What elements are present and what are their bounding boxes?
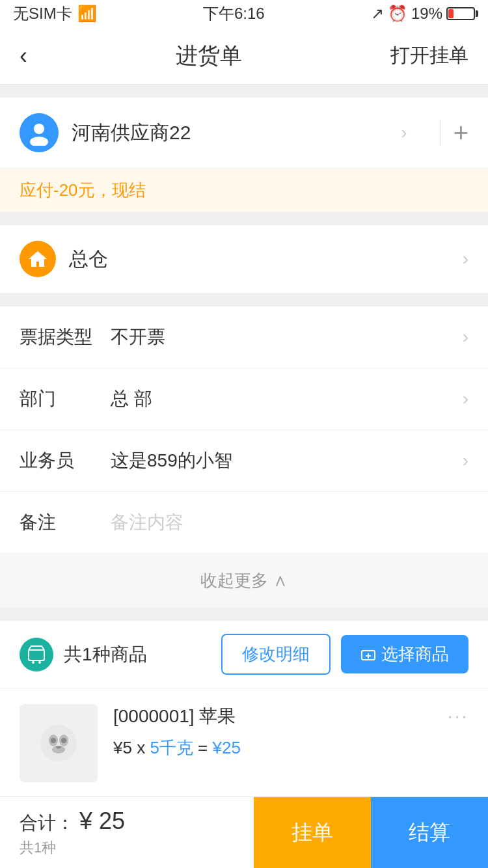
svg-point-1	[30, 137, 48, 146]
total-label-row: 合计： ¥ 25	[20, 807, 234, 835]
section-gap-4	[0, 608, 488, 621]
add-product-icon	[360, 647, 376, 662]
svg-point-12	[61, 738, 66, 743]
checkout-button[interactable]: 结算	[371, 797, 488, 869]
home-icon	[27, 249, 48, 269]
product-info: [0000001] 苹果 ¥5 x 5千克 = ¥25	[113, 704, 431, 759]
total-label: 合计：	[20, 811, 74, 835]
warehouse-arrow-icon: ›	[463, 249, 468, 269]
salesperson-label: 业务员	[20, 448, 111, 473]
user-icon	[26, 120, 52, 146]
select-product-button[interactable]: 选择商品	[341, 635, 468, 673]
section-gap-2	[0, 212, 488, 225]
supplier-name: 河南供应商22	[72, 120, 401, 146]
svg-point-8	[40, 725, 77, 761]
supplier-row[interactable]: 河南供应商22 › +	[0, 98, 488, 169]
product-qty: 5千克	[150, 738, 193, 757]
salesperson-row[interactable]: 业务员 这是859的小智 ›	[0, 430, 488, 492]
warehouse-name: 总仓	[69, 246, 463, 273]
warehouse-section: 总仓 ›	[0, 225, 488, 293]
status-right: ↗ ⏰ 19%	[371, 5, 475, 23]
edit-detail-button[interactable]: 修改明细	[221, 634, 331, 675]
status-left: 无SIM卡 📶	[13, 3, 97, 24]
product-total: ¥25	[213, 738, 241, 757]
invoice-label: 票据类型	[20, 325, 111, 349]
supplier-arrow-icon: ›	[401, 122, 407, 143]
page-title: 进货单	[176, 41, 242, 71]
svg-point-4	[38, 661, 41, 664]
remark-label: 备注	[20, 510, 111, 535]
add-supplier-button[interactable]: +	[454, 118, 468, 148]
product-thumbnail	[20, 704, 98, 782]
divider	[440, 120, 441, 146]
product-more-button[interactable]: ···	[447, 704, 468, 728]
salesperson-arrow-icon: ›	[463, 450, 468, 471]
svg-point-3	[32, 661, 34, 664]
supplier-section: 河南供应商22 › + 应付-20元，现结	[0, 98, 488, 212]
status-time: 下午6:16	[203, 3, 265, 24]
warehouse-row[interactable]: 总仓 ›	[0, 225, 488, 293]
collapse-button[interactable]: 收起更多 ∧	[0, 554, 488, 608]
price-value: ¥5	[113, 738, 132, 757]
product-title: 苹果	[199, 706, 236, 726]
battery-icon	[446, 7, 475, 20]
carrier-label: 无SIM卡	[13, 3, 72, 24]
section-gap-1	[0, 85, 488, 98]
footer-total: 合计： ¥ 25 共1种	[0, 807, 254, 858]
product-thumb-icon	[39, 724, 78, 763]
wifi-icon: 📶	[77, 5, 97, 23]
department-row[interactable]: 部门 总 部 ›	[0, 368, 488, 430]
location-icon: ↗	[371, 5, 384, 23]
equals-sign: =	[198, 738, 212, 757]
svg-point-0	[34, 124, 44, 134]
status-bar: 无SIM卡 📶 下午6:16 ↗ ⏰ 19%	[0, 0, 488, 27]
products-section: 共1种商品 修改明细 选择商品	[0, 621, 488, 798]
remark-row[interactable]: 备注 备注内容	[0, 492, 488, 554]
remark-input[interactable]: 备注内容	[111, 510, 468, 535]
department-arrow-icon: ›	[463, 388, 468, 409]
footer: 合计： ¥ 25 共1种 挂单 结算	[0, 796, 488, 868]
warehouse-icon	[20, 241, 56, 277]
form-section: 票据类型 不开票 › 部门 总 部 › 业务员 这是859的小智 › 备注 备注…	[0, 306, 488, 554]
products-count-label: 共1种商品	[64, 642, 221, 667]
battery-percent: 19%	[411, 5, 442, 23]
invoice-value: 不开票	[111, 325, 463, 349]
cart-icon	[27, 645, 46, 664]
section-gap-3	[0, 293, 488, 306]
open-hold-button[interactable]: 打开挂单	[390, 42, 468, 69]
nav-bar: ‹ 进货单 打开挂单	[0, 27, 488, 85]
notice-bar: 应付-20元，现结	[0, 169, 488, 212]
products-icon	[20, 638, 53, 671]
price-separator: x	[137, 738, 150, 757]
product-name: [0000001] 苹果	[113, 704, 431, 729]
salesperson-value: 这是859的小智	[111, 448, 463, 473]
invoice-row[interactable]: 票据类型 不开票 ›	[0, 306, 488, 368]
total-amount: ¥ 25	[79, 807, 125, 835]
svg-rect-2	[29, 650, 44, 660]
alarm-icon: ⏰	[388, 5, 407, 23]
select-product-label: 选择商品	[381, 643, 449, 666]
back-button[interactable]: ‹	[20, 42, 27, 70]
total-count: 共1种	[20, 838, 234, 858]
svg-point-11	[51, 738, 56, 743]
products-header: 共1种商品 修改明细 选择商品	[0, 621, 488, 688]
product-code: [0000001]	[113, 706, 195, 726]
product-item: [0000001] 苹果 ¥5 x 5千克 = ¥25 ···	[0, 688, 488, 798]
hold-order-button[interactable]: 挂单	[254, 797, 371, 869]
product-price: ¥5 x 5千克 = ¥25	[113, 737, 431, 759]
invoice-arrow-icon: ›	[463, 327, 468, 347]
department-value: 总 部	[111, 387, 463, 411]
department-label: 部门	[20, 387, 111, 411]
supplier-avatar	[20, 113, 59, 152]
